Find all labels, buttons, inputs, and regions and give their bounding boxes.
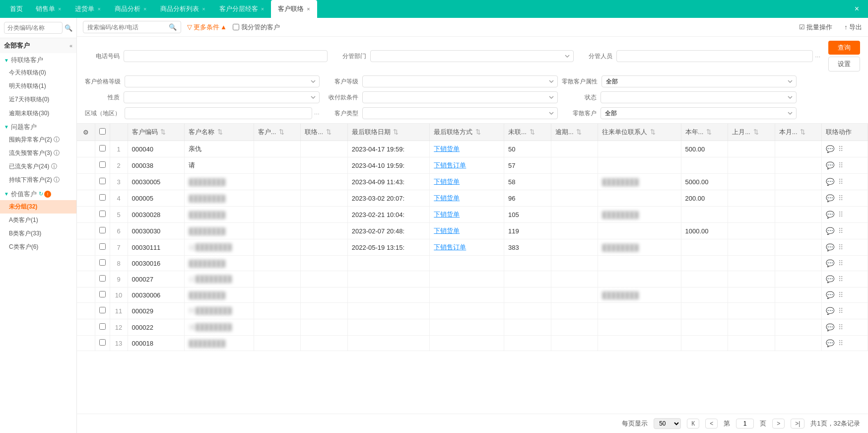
this-year-col[interactable]: 本年... ⇅ <box>681 124 728 141</box>
sidebar-item-declining[interactable]: 持续下滑客户(2) ⓘ <box>0 173 76 187</box>
message-icon[interactable]: 💬 <box>826 291 834 299</box>
close-icon[interactable]: × <box>307 6 310 12</box>
close-icon[interactable]: × <box>202 6 205 12</box>
next-page-button[interactable]: > <box>772 419 785 429</box>
row-checkbox-cell[interactable] <box>95 319 110 336</box>
grid-icon[interactable]: ⠿ <box>838 178 843 186</box>
row-checkbox-cell[interactable] <box>95 141 110 157</box>
price-level-select[interactable] <box>125 75 320 87</box>
close-icon[interactable]: × <box>143 6 146 12</box>
overdue-col[interactable]: 逾期... ⇅ <box>551 124 598 141</box>
search-button[interactable]: 查询 <box>828 41 860 55</box>
message-icon[interactable]: 💬 <box>826 259 834 267</box>
sidebar-item-class-a[interactable]: A类客户(1) <box>0 214 76 227</box>
row-checkbox-cell[interactable] <box>95 288 110 303</box>
nav-home[interactable]: 首页 <box>4 4 29 13</box>
last-month-col[interactable]: 上月... ⇅ <box>728 124 775 141</box>
row-last-contact-way[interactable] <box>430 288 504 303</box>
sidebar-group-pending[interactable]: ▼ 待联络客户 <box>0 53 76 66</box>
nav-tab-sales[interactable]: 销售单 × <box>29 0 68 18</box>
row-checkbox[interactable] <box>99 145 106 151</box>
customer-level-select[interactable] <box>362 75 558 87</box>
settings-icon[interactable]: ⚙ <box>83 129 89 136</box>
grid-icon[interactable]: ⠿ <box>838 291 843 299</box>
grid-icon[interactable]: ⠿ <box>838 211 843 218</box>
message-icon[interactable]: 💬 <box>826 227 834 235</box>
sidebar-item-tomorrow-pending[interactable]: 明天待联络(1) <box>0 79 76 93</box>
row-checkbox[interactable] <box>99 194 106 201</box>
row-checkbox-cell[interactable] <box>95 336 110 351</box>
sidebar-all-customers[interactable]: 全部客户 « <box>0 38 76 53</box>
row-checkbox-cell[interactable] <box>95 223 110 239</box>
row-last-contact-way[interactable]: 下销货单 <box>430 190 504 207</box>
message-icon[interactable]: 💬 <box>826 323 834 331</box>
sidebar-group-problem[interactable]: ▼ 问题客户 <box>0 120 76 133</box>
nav-tab-purchase[interactable]: 进货单 × <box>68 0 107 18</box>
row-checkbox-cell[interactable] <box>95 174 110 190</box>
payment-select[interactable] <box>362 91 558 103</box>
retail-attr-select[interactable]: 全部 <box>601 75 797 87</box>
export-button[interactable]: ↑ 导出 <box>844 23 862 32</box>
close-window-button[interactable]: × <box>850 4 864 13</box>
row-checkbox-cell[interactable] <box>95 207 110 223</box>
row-checkbox[interactable] <box>99 227 106 233</box>
name-col[interactable]: 客户名称 ⇅ <box>185 124 254 141</box>
grid-icon[interactable]: ⠿ <box>838 145 843 153</box>
select-all-checkbox[interactable] <box>99 128 106 135</box>
sidebar-item-churn-warning[interactable]: 流失预警客户(3) ⓘ <box>0 146 76 160</box>
message-icon[interactable]: 💬 <box>826 145 834 153</box>
row-last-contact-way[interactable] <box>430 256 504 271</box>
reset-button[interactable]: 设置 <box>828 57 860 72</box>
message-icon[interactable]: 💬 <box>826 339 834 347</box>
last-contact-way-col[interactable]: 最后联络方式 ⇅ <box>430 124 504 141</box>
row-checkbox[interactable] <box>99 161 106 168</box>
grid-icon[interactable]: ⠿ <box>838 194 843 202</box>
row-checkbox-cell[interactable] <box>95 303 110 319</box>
region-input[interactable] <box>125 107 312 119</box>
nav-tab-product-analysis-list[interactable]: 商品分析列表 × <box>153 0 212 18</box>
row-checkbox[interactable] <box>99 178 106 184</box>
no-contact-col[interactable]: 未联... ⇅ <box>504 124 551 141</box>
message-icon[interactable]: 💬 <box>826 161 834 169</box>
page-input[interactable] <box>736 419 754 429</box>
sidebar-item-overdue-contact[interactable]: 逾期未联络(30) <box>0 107 76 120</box>
status-select[interactable] <box>601 91 797 103</box>
row-checkbox[interactable] <box>99 211 106 217</box>
row-checkbox-cell[interactable] <box>95 190 110 207</box>
sidebar-item-abnormal[interactable]: 囤购异常客户(2) ⓘ <box>0 133 76 146</box>
row-last-contact-way[interactable]: 下销货单 <box>430 141 504 157</box>
more-conditions-button[interactable]: ▽ 更多条件 ▲ <box>187 23 227 32</box>
row-checkbox[interactable] <box>99 259 106 266</box>
close-icon[interactable]: × <box>261 6 264 12</box>
contact-col[interactable]: 联络... ⇅ <box>301 124 348 141</box>
grid-icon[interactable]: ⠿ <box>838 259 843 267</box>
message-icon[interactable]: 💬 <box>826 211 834 218</box>
nature-select[interactable] <box>124 91 320 103</box>
row-last-contact-way[interactable] <box>430 319 504 336</box>
sidebar-item-today-pending[interactable]: 今天待联络(0) <box>0 66 76 79</box>
sidebar-item-week-pending[interactable]: 近7天待联络(0) <box>0 93 76 106</box>
filter-search-icon[interactable]: 🔍 <box>169 23 177 31</box>
row-checkbox[interactable] <box>99 275 106 282</box>
grid-icon[interactable]: ⠿ <box>838 339 843 347</box>
customer-type-select[interactable] <box>362 107 558 119</box>
sidebar-item-ungrouped[interactable]: 未分组(32) <box>0 200 76 214</box>
grid-icon[interactable]: ⠿ <box>838 227 843 235</box>
close-icon[interactable]: × <box>58 6 61 12</box>
sidebar-search-icon[interactable]: 🔍 <box>65 24 72 32</box>
dept-select[interactable] <box>370 50 574 62</box>
message-icon[interactable]: 💬 <box>826 178 834 186</box>
last-contact-date-col[interactable]: 最后联络日期 ⇅ <box>347 124 429 141</box>
my-customers-check[interactable] <box>233 24 239 30</box>
message-icon[interactable]: 💬 <box>826 275 834 283</box>
per-page-select[interactable]: 50 20 100 <box>654 418 681 429</box>
staff-dots-button[interactable]: ··· <box>815 53 820 60</box>
region-dots-button[interactable]: ··· <box>314 110 320 117</box>
nav-tab-product-analysis[interactable]: 商品分析 × <box>108 0 153 18</box>
row-last-contact-way[interactable] <box>430 271 504 288</box>
sidebar-item-churned[interactable]: 已流失客户(24) ⓘ <box>0 160 76 173</box>
batch-ops-button[interactable]: ☑ 批量操作 <box>799 23 832 32</box>
nav-tab-customer-segment[interactable]: 客户分层经客 × <box>212 0 271 18</box>
retail-select[interactable]: 全部 <box>601 107 797 119</box>
row-checkbox[interactable] <box>99 339 106 346</box>
